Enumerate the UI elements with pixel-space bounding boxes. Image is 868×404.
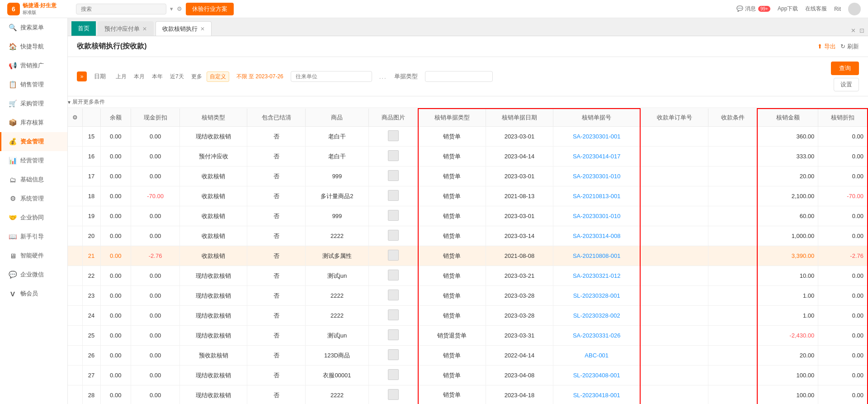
doc-no-link[interactable]: SA-20230414-017	[573, 153, 621, 160]
cell-verify-discount: 0.00	[818, 306, 868, 326]
tab-prepay-close[interactable]: ✕	[142, 26, 147, 32]
cell-verify-doc-no[interactable]: SA-20230301-010	[553, 166, 640, 186]
online-service-btn[interactable]: 在线客服	[805, 5, 827, 13]
doc-no-link[interactable]: SA-20230301-001	[573, 133, 621, 140]
cell-verify-doc-no[interactable]: SA-20230301-010	[553, 206, 640, 226]
doc-no-link[interactable]: SA-20230301-010	[573, 173, 621, 180]
sidebar-item-collab[interactable]: 🤝 企业协同	[0, 208, 67, 227]
doc-no-link[interactable]: SA-20210808-001	[573, 252, 621, 259]
sidebar-item-hardware[interactable]: 🖥 智能硬件	[0, 246, 67, 265]
cell-seq: 27	[82, 366, 100, 385]
cell-verify-discount: 0.00	[818, 226, 868, 246]
cell-verify-type: 收款核销	[180, 186, 247, 206]
doc-no-link[interactable]: SA-20230321-012	[573, 272, 621, 279]
filter-expand-button[interactable]: »	[77, 71, 87, 81]
app-download-btn[interactable]: App下载	[778, 5, 798, 13]
from-unit-input[interactable]	[291, 71, 372, 82]
tab-home[interactable]: 首页	[71, 21, 96, 36]
expand-conditions-bar: ▾ 展开更多条件	[68, 96, 868, 108]
table-container[interactable]: ⚙ 余额 现金折扣 核销类型 包含已结清 商品 商品图片 核销单据类型 核销单据…	[68, 108, 868, 404]
cell-goods-img	[368, 385, 418, 404]
date-btn-this-month[interactable]: 本月	[131, 72, 147, 81]
export-button[interactable]: ⬆ 导出	[817, 43, 836, 51]
th-settings: ⚙	[68, 109, 82, 127]
tab-verify[interactable]: 收款核销执行 ✕	[156, 21, 212, 36]
date-btn-7days[interactable]: 近7天	[167, 72, 187, 81]
sidebar-item-nav[interactable]: 🏠 快捷导航	[0, 37, 67, 56]
sidebar-item-wechat[interactable]: 💬 企业微信	[0, 265, 67, 284]
th-verify-discount: 核销折扣	[818, 109, 868, 127]
doc-no-link[interactable]: SA-20230314-008	[573, 233, 621, 239]
app-sub: 标准版	[23, 10, 57, 16]
doc-no-link[interactable]: SA-20210813-001	[573, 193, 621, 200]
settings-icon[interactable]: ⚙	[177, 5, 182, 12]
sidebar-item-purchase[interactable]: 🛒 采购管理	[0, 94, 67, 113]
sidebar-item-sales[interactable]: 📋 销售管理	[0, 75, 67, 94]
receipt-type-select[interactable]	[425, 71, 493, 82]
sidebar-label-inventory: 库存核算	[20, 119, 44, 127]
sidebar-item-system[interactable]: ⚙ 系统管理	[0, 189, 67, 208]
cell-verify-doc-type: 销货单	[418, 186, 486, 206]
cell-verify-doc-no[interactable]: SL-20230418-001	[553, 385, 640, 404]
user-avatar[interactable]	[848, 3, 861, 15]
cell-verify-doc-no[interactable]: SL-20230328-001	[553, 286, 640, 306]
cell-verify-doc-no[interactable]: SA-20230301-001	[553, 127, 640, 147]
date-btn-this-year[interactable]: 本年	[149, 72, 165, 81]
cell-verify-doc-no[interactable]: ABC-001	[553, 346, 640, 366]
doc-no-link[interactable]: ABC-001	[585, 352, 609, 359]
message-badge: 99+	[758, 6, 770, 12]
query-button[interactable]: 查询	[831, 62, 859, 75]
doc-no-link[interactable]: SA-20230331-026	[573, 332, 621, 339]
table-row: 190.000.00收款核销否999销货单2023-03-01SA-202303…	[68, 206, 868, 226]
cell-verify-doc-no[interactable]: SA-20210808-001	[553, 246, 640, 266]
cell-receipt-order-no	[640, 206, 708, 226]
cell-verify-doc-no[interactable]: SL-20230408-001	[553, 366, 640, 385]
cell-balance: 0.00	[100, 326, 131, 346]
doc-no-link[interactable]: SL-20230418-001	[573, 392, 620, 399]
dropdown-arrow[interactable]: ▾	[170, 5, 173, 12]
sidebar-item-basics[interactable]: 🗂 基础信息	[0, 170, 67, 189]
sidebar-item-finance[interactable]: 💰 资金管理	[0, 132, 67, 151]
cell-verify-discount: 0.00	[818, 206, 868, 226]
cell-receipt-condition	[708, 366, 757, 385]
th-verify-doc-date: 核销单据日期	[486, 109, 553, 127]
doc-no-link[interactable]: SL-20230328-001	[573, 292, 620, 299]
table-row: 210.00-2.76收款核销否测试多属性销货单2021-08-08SA-202…	[68, 246, 868, 266]
cell-verify-doc-no[interactable]: SL-20230328-002	[553, 306, 640, 326]
th-goods: 商品	[305, 109, 368, 127]
refresh-button[interactable]: ↻ 刷新	[840, 43, 859, 51]
cell-include-settled: 否	[247, 127, 306, 147]
tab-verify-close[interactable]: ✕	[200, 26, 205, 32]
cell-goods: 999	[305, 166, 368, 186]
sidebar-item-search[interactable]: 🔍 搜索菜单	[0, 18, 67, 37]
tab-close-all-icon[interactable]: ✕	[851, 27, 856, 34]
date-btn-custom[interactable]: 自定义	[207, 71, 229, 82]
expand-conditions-btn[interactable]: ▾ 展开更多条件	[68, 98, 868, 106]
cell-verify-doc-no[interactable]: SA-20230314-008	[553, 226, 640, 246]
top-right-area: 💬 消息 99+ App下载 在线客服 Rit	[736, 3, 861, 15]
cell-verify-doc-no[interactable]: SA-20210813-001	[553, 186, 640, 206]
settings-button[interactable]: 设置	[834, 78, 859, 91]
date-btn-last-month[interactable]: 上月	[113, 72, 129, 81]
cell-goods-img	[368, 206, 418, 226]
cell-verify-doc-no[interactable]: SA-20230331-026	[553, 326, 640, 346]
sidebar-item-member[interactable]: V 畅会员	[0, 284, 67, 303]
doc-no-link[interactable]: SL-20230328-002	[573, 312, 620, 319]
sidebar-item-guide[interactable]: 📖 新手引导	[0, 227, 67, 246]
doc-no-link[interactable]: SL-20230408-001	[573, 372, 620, 379]
search-input[interactable]	[76, 4, 166, 14]
cell-verify-doc-no[interactable]: SA-20230414-017	[553, 147, 640, 166]
industry-btn[interactable]: 休验行业方案	[186, 3, 234, 15]
sidebar-item-operations[interactable]: 📊 经营管理	[0, 151, 67, 170]
doc-no-link[interactable]: SA-20230301-010	[573, 213, 621, 219]
sidebar-item-inventory[interactable]: 📦 库存核算	[0, 113, 67, 132]
cell-verify-doc-no[interactable]: SA-20230321-012	[553, 266, 640, 286]
th-verify-amount: 核销金额	[757, 109, 818, 127]
sidebar-item-marketing[interactable]: 📢 营销推广	[0, 56, 67, 75]
tab-expand-icon[interactable]: ⊡	[859, 27, 864, 34]
date-btn-more[interactable]: 更多	[189, 72, 205, 81]
cell-settings	[68, 186, 82, 206]
tab-prepay[interactable]: 预付冲应付单 ✕	[98, 21, 154, 36]
cell-verify-amount: 10.00	[757, 266, 818, 286]
message-btn[interactable]: 💬 消息 99+	[736, 5, 770, 13]
